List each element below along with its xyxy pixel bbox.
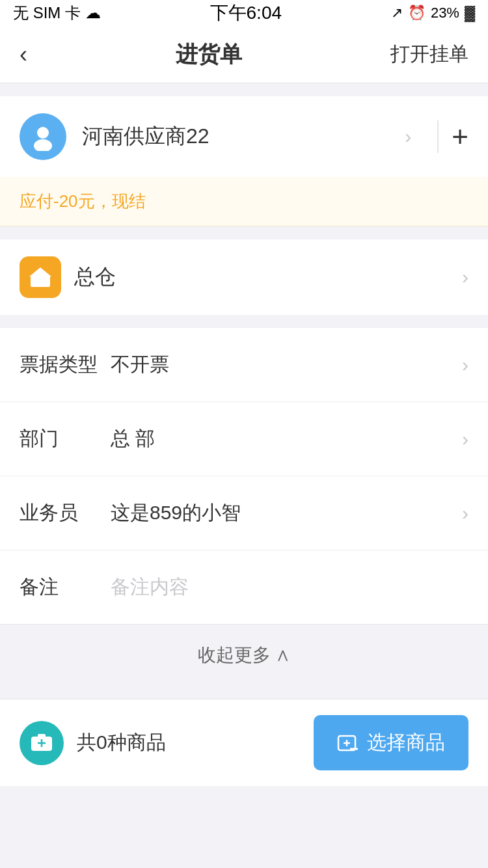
status-left: 无 SIM 卡 ☁: [13, 3, 101, 23]
warehouse-icon: [20, 256, 61, 298]
invoice-type-label: 票据类型: [20, 351, 111, 378]
department-row[interactable]: 部门 总 部 ›: [0, 402, 488, 476]
alarm-icon: ⏰: [408, 5, 426, 21]
battery-label: 23%: [431, 5, 459, 21]
salesperson-row[interactable]: 业务员 这是859的小智 ›: [0, 476, 488, 550]
invoice-type-value: 不开票: [111, 351, 462, 378]
nav-bar: ‹ 进货单 打开挂单: [0, 26, 488, 83]
collapse-button[interactable]: 收起更多 ∧: [0, 624, 488, 686]
status-bar: 无 SIM 卡 ☁ 下午6:04 ↗ ⏰ 23% ▓: [0, 0, 488, 26]
sim-label: 无 SIM 卡 ☁: [13, 3, 101, 23]
remark-input[interactable]: 备注内容: [111, 574, 468, 601]
main-content: 河南供应商22 › + 应付-20元，现结 总仓 › 票据类型 不开票: [0, 96, 488, 786]
warehouse-name: 总仓: [74, 263, 462, 292]
battery-icon: ▓: [465, 5, 475, 21]
add-supplier-button[interactable]: +: [452, 120, 468, 153]
svg-rect-4: [37, 279, 44, 287]
product-count: 共0种商品: [77, 729, 314, 756]
salesperson-label: 业务员: [20, 500, 111, 526]
supplier-avatar: [20, 113, 66, 160]
supplier-section: 河南供应商22 › + 应付-20元，现结: [0, 96, 488, 226]
svg-point-0: [37, 127, 49, 139]
bottom-bar: 共0种商品 选择商品: [0, 699, 488, 786]
invoice-type-row[interactable]: 票据类型 不开票 ›: [0, 328, 488, 402]
remark-row[interactable]: 备注 备注内容: [0, 550, 488, 624]
supplier-row[interactable]: 河南供应商22 › +: [0, 96, 488, 177]
back-button[interactable]: ‹: [20, 41, 27, 68]
department-chevron-icon: ›: [462, 428, 468, 450]
select-product-button[interactable]: 选择商品: [314, 715, 468, 770]
open-pending-button[interactable]: 打开挂单: [390, 41, 468, 68]
notice-bar: 应付-20元，现结: [0, 177, 488, 226]
location-icon: ↗: [391, 5, 403, 21]
supplier-divider: [437, 120, 439, 153]
status-right: ↗ ⏰ 23% ▓: [391, 5, 475, 21]
svg-rect-6: [38, 734, 46, 738]
svg-marker-3: [29, 267, 51, 277]
salesperson-value: 这是859的小智: [111, 500, 462, 526]
page-title: 进货单: [176, 40, 242, 70]
svg-point-1: [34, 139, 52, 151]
supplier-name: 河南供应商22: [82, 122, 405, 151]
remark-label: 备注: [20, 574, 111, 601]
select-product-icon: [337, 732, 359, 754]
select-product-label: 选择商品: [367, 729, 445, 756]
warehouse-row[interactable]: 总仓 ›: [0, 239, 488, 315]
form-section: 票据类型 不开票 › 部门 总 部 › 业务员 这是859的小智 › 备注 备注…: [0, 328, 488, 686]
department-value: 总 部: [111, 426, 462, 452]
salesperson-chevron-icon: ›: [462, 502, 468, 524]
department-label: 部门: [20, 426, 111, 452]
product-icon: [20, 721, 64, 765]
supplier-chevron-icon: ›: [405, 126, 411, 148]
invoice-type-chevron-icon: ›: [462, 354, 468, 376]
status-time: 下午6:04: [210, 1, 282, 25]
warehouse-section: 总仓 ›: [0, 239, 488, 315]
warehouse-chevron-icon: ›: [462, 266, 468, 288]
